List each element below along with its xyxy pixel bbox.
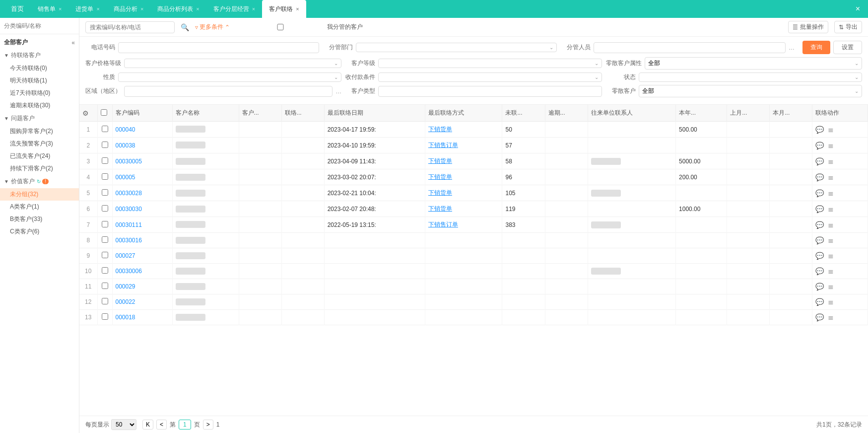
more-action-icon[interactable]: ≣: [828, 252, 834, 260]
prev-page-button[interactable]: <: [156, 420, 167, 430]
dots-icon[interactable]: …: [789, 44, 795, 51]
current-page[interactable]: 1: [179, 420, 191, 430]
close-icon[interactable]: ×: [96, 6, 99, 12]
row-checkbox[interactable]: [97, 122, 112, 138]
price-tier-select[interactable]: ⌄: [124, 59, 341, 68]
my-customers-filter[interactable]: 我分管的客户: [236, 23, 363, 31]
sidebar-group-pending[interactable]: ▼ 待联络客户: [0, 49, 79, 62]
row-checkbox[interactable]: [97, 201, 112, 217]
payment-select[interactable]: ⌄: [378, 72, 601, 82]
row-checkbox[interactable]: [97, 169, 112, 185]
more-action-icon[interactable]: ≣: [828, 189, 834, 197]
contact-icon[interactable]: 💬: [815, 173, 824, 181]
more-action-icon[interactable]: ≣: [828, 142, 834, 149]
contact-icon[interactable]: 💬: [815, 157, 824, 165]
row-checkbox[interactable]: [97, 264, 112, 279]
close-icon[interactable]: ×: [196, 6, 199, 12]
query-button[interactable]: 查询: [802, 41, 830, 54]
more-conditions-button[interactable]: ▿ 更多条件 ⌃: [195, 23, 230, 31]
more-action-icon[interactable]: ≣: [828, 205, 834, 213]
export-button[interactable]: ⇅ 导出: [834, 21, 862, 33]
row-checkbox[interactable]: [97, 310, 112, 325]
contact-icon[interactable]: 💬: [815, 126, 824, 134]
row-checkbox[interactable]: [97, 185, 112, 201]
nature-select[interactable]: ⌄: [118, 72, 341, 82]
contact-icon[interactable]: 💬: [815, 205, 824, 213]
last-method-link[interactable]: 下销货单: [428, 173, 452, 180]
sidebar-group-problem[interactable]: ▼ 问题客户: [0, 112, 79, 125]
last-method-link[interactable]: 下销货单: [428, 189, 452, 196]
close-icon[interactable]: ×: [296, 6, 299, 12]
sidebar-item-declining[interactable]: 持续下滑客户(2): [0, 162, 79, 175]
close-icon[interactable]: ×: [59, 6, 62, 12]
search-button[interactable]: 🔍: [181, 23, 189, 31]
sidebar-item-b-class[interactable]: B类客户(33): [0, 213, 79, 225]
contact-icon[interactable]: 💬: [815, 298, 824, 306]
region-input[interactable]: [124, 86, 333, 97]
close-icon[interactable]: ×: [140, 6, 143, 12]
customer-tier-select[interactable]: ⌄: [378, 59, 601, 68]
more-action-icon[interactable]: ≣: [828, 236, 834, 244]
close-icon[interactable]: ×: [252, 6, 255, 12]
dept-select[interactable]: ⌄: [356, 43, 557, 52]
my-customers-checkbox[interactable]: [236, 24, 325, 30]
more-action-icon[interactable]: ≣: [828, 298, 834, 306]
first-page-button[interactable]: K: [142, 420, 153, 430]
row-checkbox[interactable]: [97, 217, 112, 233]
more-action-icon[interactable]: ≣: [828, 283, 834, 290]
row-checkbox[interactable]: [97, 279, 112, 294]
sidebar-item-tomorrow[interactable]: 明天待联络(1): [0, 74, 79, 87]
dots-icon[interactable]: …: [335, 88, 341, 95]
all-customers-header[interactable]: 全部客户 «: [0, 34, 79, 49]
manager-input[interactable]: [594, 42, 786, 53]
contact-icon[interactable]: 💬: [815, 313, 824, 321]
sidebar-item-ungrouped[interactable]: 未分组(32): [0, 188, 79, 201]
tab-sales-order[interactable]: 销售单 ×: [31, 0, 68, 18]
gear-header[interactable]: ⚙: [79, 105, 97, 122]
sidebar-item-overdue[interactable]: 逾期未联络(30): [0, 99, 79, 112]
more-action-icon[interactable]: ≣: [828, 173, 834, 181]
batch-ops-button[interactable]: ☰ 批量操作: [788, 21, 828, 33]
contact-icon[interactable]: 💬: [815, 267, 824, 275]
checkbox-header[interactable]: [97, 105, 112, 122]
last-method-link[interactable]: 下销售订单: [428, 142, 458, 148]
contact-icon[interactable]: 💬: [815, 189, 824, 197]
sidebar-item-lost[interactable]: 已流失客户(24): [0, 150, 79, 162]
row-checkbox[interactable]: [97, 153, 112, 169]
tab-customer-tier[interactable]: 客户分层经营 ×: [206, 0, 262, 18]
refresh-icon[interactable]: ↻: [37, 179, 41, 184]
search-input[interactable]: [85, 21, 175, 33]
settings-icon[interactable]: ⚙: [82, 109, 89, 117]
select-all-checkbox[interactable]: [101, 109, 107, 116]
row-checkbox[interactable]: [97, 248, 112, 264]
sidebar-item-c-class[interactable]: C类客户(6): [0, 225, 79, 238]
retail-attr-select[interactable]: 全部 ⌄: [645, 57, 862, 70]
last-method-link[interactable]: 下销售订单: [428, 221, 458, 228]
home-tab[interactable]: 首页: [4, 0, 31, 18]
tab-purchase-order[interactable]: 进货单 ×: [68, 0, 106, 18]
row-checkbox[interactable]: [97, 294, 112, 310]
contact-icon[interactable]: 💬: [815, 142, 824, 149]
more-action-icon[interactable]: ≣: [828, 313, 834, 321]
last-method-link[interactable]: 下销货单: [428, 126, 452, 133]
sidebar-item-a-class[interactable]: A类客户(1): [0, 201, 79, 213]
row-checkbox[interactable]: [97, 138, 112, 153]
more-action-icon[interactable]: ≣: [828, 157, 834, 165]
sidebar-item-hoarding-abnormal[interactable]: 囤购异常客户(2): [0, 125, 79, 138]
contact-icon[interactable]: 💬: [815, 221, 824, 229]
status-select[interactable]: ⌄: [639, 72, 862, 82]
row-checkbox[interactable]: [97, 233, 112, 248]
phone-input[interactable]: [118, 42, 319, 53]
tab-product-analysis-list[interactable]: 商品分析列表 ×: [150, 0, 206, 18]
per-page-select[interactable]: 50 100 200: [111, 419, 136, 430]
close-all-button[interactable]: ×: [852, 4, 864, 13]
category-search-input[interactable]: [4, 22, 78, 29]
sidebar-item-loss-warning[interactable]: 流失预警客户(3): [0, 138, 79, 150]
reset-button[interactable]: 设置: [833, 41, 862, 54]
contact-icon[interactable]: 💬: [815, 252, 824, 260]
retail-select[interactable]: 全部 ⌄: [639, 85, 862, 97]
customer-type-input[interactable]: [378, 86, 601, 97]
tab-customer-contact[interactable]: 客户联络 ×: [262, 0, 306, 18]
more-action-icon[interactable]: ≣: [828, 221, 834, 229]
contact-icon[interactable]: 💬: [815, 236, 824, 244]
